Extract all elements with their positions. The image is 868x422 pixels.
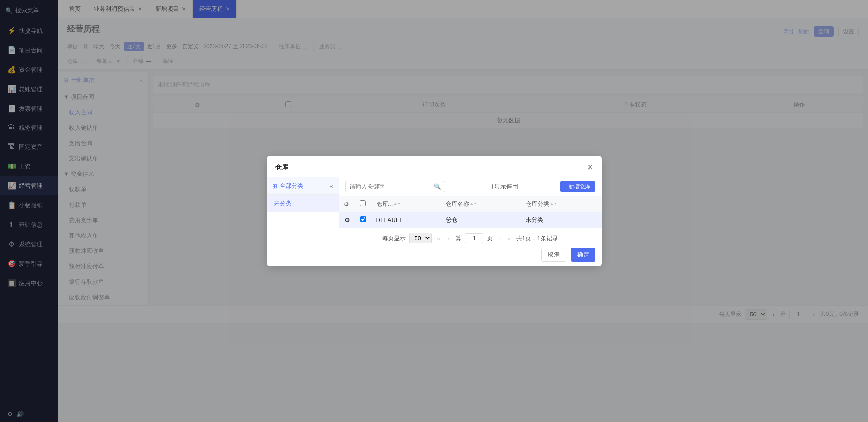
search-icon: 🔍 bbox=[434, 183, 441, 190]
row-name: 总仓 bbox=[441, 212, 521, 228]
modal-body: ⊞ 全部分类 « 未分类 🔍 显示停用 bbox=[267, 177, 602, 266]
grid-icon: ⊞ bbox=[272, 183, 277, 189]
modal-select-all[interactable] bbox=[360, 200, 366, 206]
row-category: 未分类 bbox=[521, 212, 601, 228]
total-pages-info: 共1页，1条记录 bbox=[516, 234, 558, 243]
add-warehouse-button[interactable]: + 新增仓库 bbox=[560, 181, 595, 192]
warehouse-modal: 仓库 ✕ ⊞ 全部分类 « 未分类 bbox=[267, 156, 602, 266]
modal-actions: 取消 确定 bbox=[345, 248, 595, 262]
modal-page-size-select[interactable]: 50 bbox=[409, 233, 432, 243]
code-sort-icon: ▲▼ bbox=[393, 202, 401, 206]
modal-footer: 每页显示 50 « ‹ 算 页 › » 共1页，1条记录 bbox=[339, 228, 602, 266]
modal-next-btn[interactable]: › bbox=[496, 234, 502, 243]
row-check[interactable] bbox=[355, 212, 372, 228]
pagination: 每页显示 50 « ‹ 算 页 › » 共1页，1条记录 bbox=[345, 233, 595, 243]
modal-prev-btn[interactable]: ‹ bbox=[446, 234, 452, 243]
last-page-btn[interactable]: » bbox=[505, 234, 513, 243]
row-checkbox[interactable] bbox=[360, 216, 366, 222]
modal-search-input[interactable] bbox=[350, 183, 431, 190]
modal-header: 仓库 ✕ bbox=[267, 156, 602, 177]
page-word: 算 bbox=[456, 234, 461, 243]
modal-main: 🔍 显示停用 + 新增仓库 ⚙ bbox=[339, 177, 602, 266]
modal-page-input[interactable] bbox=[465, 233, 483, 243]
modal-all-categories[interactable]: ⊞ 全部分类 « bbox=[267, 177, 339, 195]
modal-close-button[interactable]: ✕ bbox=[587, 162, 594, 172]
col-check-header bbox=[355, 196, 372, 212]
modal-table: ⚙ 仓库... ▲▼ 仓库名称 bbox=[339, 196, 602, 228]
category-list: 未分类 bbox=[267, 195, 339, 266]
of-page-label: 页 bbox=[487, 234, 493, 243]
modal-toolbar: 🔍 显示停用 + 新增仓库 bbox=[339, 177, 602, 196]
first-page-btn[interactable]: « bbox=[435, 234, 442, 243]
col-category-header: 仓库分类 ▲▼ bbox=[521, 196, 601, 212]
col-code-header: 仓库... ▲▼ bbox=[372, 196, 441, 212]
modal-title: 仓库 bbox=[275, 163, 288, 172]
row-gear: ⚙ bbox=[339, 212, 355, 228]
modal-search-box: 🔍 bbox=[345, 181, 445, 192]
show-disabled-option: 显示停用 bbox=[487, 183, 518, 191]
modal-overlay: 仓库 ✕ ⊞ 全部分类 « 未分类 bbox=[0, 0, 868, 422]
confirm-button[interactable]: 确定 bbox=[571, 248, 595, 262]
all-categories-label: 全部分类 bbox=[280, 182, 303, 190]
sidebar-collapse-icon[interactable]: « bbox=[330, 183, 333, 189]
modal-sidebar: ⊞ 全部分类 « 未分类 bbox=[267, 177, 339, 266]
table-row[interactable]: ⚙ DEFAULT 总仓 未分类 bbox=[339, 212, 602, 228]
cancel-button[interactable]: 取消 bbox=[541, 248, 566, 262]
category-sort-icon: ▲▼ bbox=[550, 202, 557, 206]
show-disabled-label: 显示停用 bbox=[494, 183, 518, 191]
page-size-label: 每页显示 bbox=[382, 234, 406, 243]
row-code: DEFAULT bbox=[372, 212, 441, 228]
name-sort-icon: ▲▼ bbox=[470, 202, 477, 206]
uncategorized-item[interactable]: 未分类 bbox=[267, 195, 339, 212]
warehouse-table: ⚙ 仓库... ▲▼ 仓库名称 bbox=[339, 196, 602, 228]
col-gear-header: ⚙ bbox=[339, 196, 355, 212]
col-name-header: 仓库名称 ▲▼ bbox=[441, 196, 521, 212]
show-disabled-checkbox[interactable] bbox=[487, 184, 493, 189]
